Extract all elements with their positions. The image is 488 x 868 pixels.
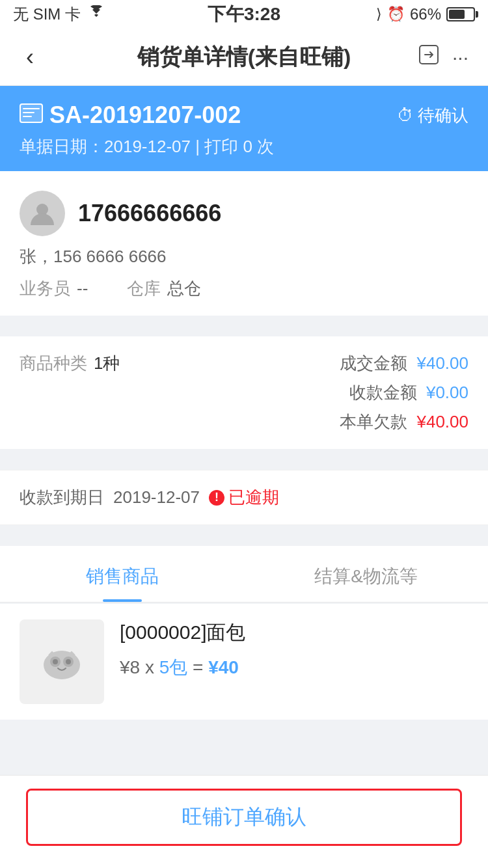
warehouse-meta: 仓库 总仓 xyxy=(127,277,201,300)
tab-settlement-label: 结算&物流等 xyxy=(314,566,418,586)
share-icon[interactable] xyxy=(418,44,439,70)
nav-actions: ··· xyxy=(418,44,468,70)
product-image xyxy=(20,619,104,704)
summary-right: 成交金额 ¥40.00 收款金额 ¥0.00 本单欠款 ¥40.00 xyxy=(340,352,468,433)
carrier-text: 无 SIM 卡 xyxy=(13,4,81,25)
back-button[interactable]: ‹ xyxy=(20,37,40,77)
status-left: 无 SIM 卡 xyxy=(13,4,105,25)
order-status-text: 待确认 xyxy=(418,104,468,127)
due-label: 收款到期日 xyxy=(20,486,104,509)
due-section: 收款到期日 2019-12-07 ! 已逾期 xyxy=(0,470,488,525)
order-date: 单据日期：2019-12-07 | 打印 0 次 xyxy=(20,135,468,158)
more-icon[interactable]: ··· xyxy=(452,46,468,68)
total-text: ¥40 xyxy=(208,657,239,677)
status-time: 下午3:28 xyxy=(208,2,280,27)
customer-avatar xyxy=(20,191,65,236)
due-date: 2019-12-07 xyxy=(113,487,200,508)
kind-value: 1种 xyxy=(94,352,120,375)
divider-3 xyxy=(0,536,488,546)
wifi-icon xyxy=(87,5,105,23)
equals-text: = xyxy=(193,657,203,677)
confirm-label: 旺铺订单确认 xyxy=(182,803,306,832)
transaction-label: 成交金额 xyxy=(340,352,407,375)
divider-2 xyxy=(0,459,488,470)
overdue-badge: ! 已逾期 xyxy=(209,486,279,509)
tab-sales-products[interactable]: 销售商品 xyxy=(0,546,244,602)
status-bar: 无 SIM 卡 下午3:28 ⟩ ⏰ 66% xyxy=(0,0,488,29)
tab-settlement[interactable]: 结算&物流等 xyxy=(244,546,488,602)
warehouse-value: 总仓 xyxy=(167,277,201,300)
page-title: 销货单详情(来自旺铺) xyxy=(137,42,351,72)
product-kind: 商品种类 1种 xyxy=(20,352,120,375)
customer-phone: 17666666666 xyxy=(78,200,221,227)
bottom-bar: 旺铺订单确认 xyxy=(0,775,488,868)
price-text: ¥8 x xyxy=(120,657,154,677)
transaction-row: 成交金额 ¥40.00 xyxy=(340,352,468,375)
alarm-icon: ⏰ xyxy=(387,6,405,23)
received-row: 收款金额 ¥0.00 xyxy=(349,381,468,404)
battery-text: 66% xyxy=(410,5,441,23)
received-label: 收款金额 xyxy=(349,381,417,404)
customer-meta: 业务员 -- 仓库 总仓 xyxy=(20,277,468,300)
product-price: ¥8 x 5包 = ¥40 xyxy=(120,655,468,680)
customer-section: 17666666666 张，156 6666 6666 业务员 -- 仓库 总仓 xyxy=(0,171,488,316)
sales-value: -- xyxy=(77,278,88,299)
battery-icon xyxy=(446,7,475,21)
svg-point-6 xyxy=(53,659,58,664)
clock-icon: ⏱ xyxy=(397,105,414,126)
owed-value: ¥40.00 xyxy=(416,412,468,432)
order-status: ⏱ 待确认 xyxy=(397,104,468,127)
order-icon xyxy=(20,102,43,129)
nav-bar: ‹ 销货单详情(来自旺铺) ··· xyxy=(0,29,488,86)
overdue-text: 已逾期 xyxy=(228,486,279,509)
overdue-icon: ! xyxy=(209,490,224,506)
qty-text: 5包 xyxy=(159,657,188,677)
product-section: [0000002]面包 ¥8 x 5包 = ¥40 xyxy=(0,604,488,720)
summary-section: 商品种类 1种 成交金额 ¥40.00 收款金额 ¥0.00 本单欠款 ¥40.… xyxy=(0,336,488,449)
kind-label: 商品种类 xyxy=(20,352,87,375)
tab-sales-label: 销售商品 xyxy=(86,566,159,586)
status-right: ⟩ ⏰ 66% xyxy=(376,5,475,23)
confirm-button[interactable]: 旺铺订单确认 xyxy=(26,789,462,846)
received-value: ¥0.00 xyxy=(426,383,468,403)
warehouse-label: 仓库 xyxy=(127,277,161,300)
product-name: [0000002]面包 xyxy=(120,619,468,646)
owed-label: 本单欠款 xyxy=(340,411,407,433)
order-header: SA-20191207-002 ⏱ 待确认 单据日期：2019-12-07 | … xyxy=(0,86,488,171)
sales-label: 业务员 xyxy=(20,277,70,300)
summary-left: 商品种类 1种 xyxy=(20,352,120,375)
customer-name: 张，156 6666 6666 xyxy=(20,245,468,268)
owed-row: 本单欠款 ¥40.00 xyxy=(340,411,468,433)
location-icon: ⟩ xyxy=(376,6,382,23)
product-info: [0000002]面包 ¥8 x 5包 = ¥40 xyxy=(120,619,468,680)
tabs-section: 销售商品 结算&物流等 xyxy=(0,546,488,603)
order-id: SA-20191207-002 xyxy=(20,102,241,129)
sales-meta: 业务员 -- xyxy=(20,277,88,300)
svg-point-7 xyxy=(66,659,71,664)
order-id-text: SA-20191207-002 xyxy=(49,102,241,129)
divider-1 xyxy=(0,326,488,336)
transaction-value: ¥40.00 xyxy=(416,353,468,373)
